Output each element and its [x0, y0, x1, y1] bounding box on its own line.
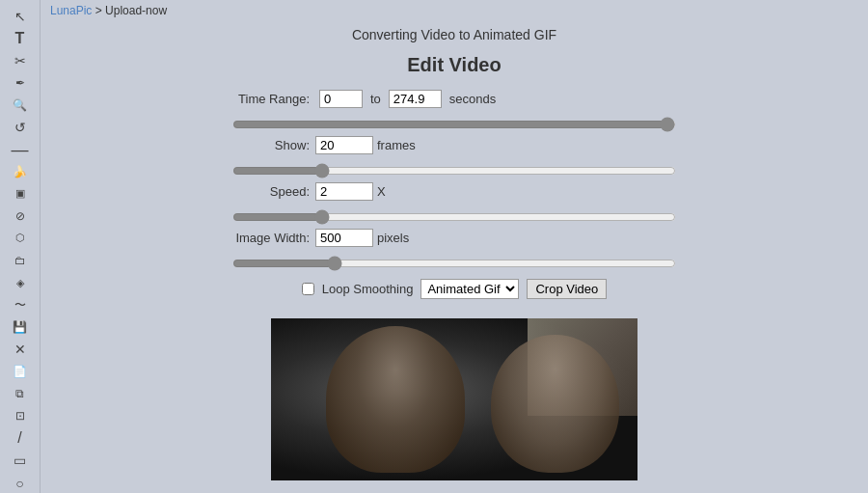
time-range-to: to: [370, 92, 381, 106]
close-icon[interactable]: ✕: [10, 340, 31, 360]
minus-icon[interactable]: —: [10, 139, 31, 159]
show-frames-input[interactable]: [315, 136, 373, 154]
video-preview: [41, 318, 868, 480]
edit-section: Edit Video Time Range: to seconds Show: …: [41, 44, 868, 309]
time-range-slider[interactable]: [232, 118, 676, 131]
show-frames-slider-container: [232, 164, 676, 180]
time-range-label: Time Range:: [223, 92, 310, 106]
image-width-label: Image Width:: [223, 231, 310, 245]
show-label: Show:: [223, 138, 310, 152]
speed-row: Speed: X: [223, 182, 686, 201]
time-range-row: Time Range: to seconds: [223, 90, 686, 108]
loop-smoothing-row: Loop Smoothing Animated Gif Video Crop V…: [302, 279, 608, 299]
loop-smoothing-label: Loop Smoothing: [322, 282, 414, 296]
eraser-icon[interactable]: ▣: [10, 183, 31, 204]
camera-icon[interactable]: ⊡: [10, 406, 31, 426]
show-frames-slider[interactable]: [232, 164, 676, 178]
image-width-input[interactable]: [315, 229, 373, 247]
line-icon[interactable]: /: [10, 428, 31, 449]
rect-icon[interactable]: ▭: [10, 451, 31, 471]
brush2-icon[interactable]: 〜: [10, 295, 31, 315]
time-range-slider-container: [232, 118, 676, 134]
video-figure-right: [491, 335, 619, 473]
speed-slider-container: [232, 210, 676, 227]
image-width-unit: pixels: [377, 231, 409, 245]
show-frames-row: Show: frames: [223, 136, 686, 154]
image-width-slider-container: [232, 257, 676, 273]
video-figure-left: [326, 326, 465, 472]
paint-icon[interactable]: 🍌: [10, 161, 31, 181]
speed-input[interactable]: [315, 182, 373, 201]
layers-icon[interactable]: ⧉: [10, 384, 31, 404]
page-title: Converting Video to Animated GIF: [41, 21, 868, 44]
loop-smoothing-checkbox[interactable]: [302, 283, 314, 295]
sidebar: ↖ T ✂ ✒ 🔍 ↺ — 🍌 ▣ ⊘ ⬡ 🗀 ◈ 〜 💾 ✕ 📄 ⧉ ⊡ / …: [0, 0, 41, 493]
main-content: LunaPic > Upload-now Converting Video to…: [41, 0, 868, 493]
eyedropper-icon[interactable]: ⊘: [10, 205, 31, 226]
image-width-slider[interactable]: [232, 257, 676, 270]
pen-icon[interactable]: ✒: [10, 72, 31, 93]
show-frames-unit: frames: [377, 138, 416, 152]
cursor-icon[interactable]: ↖: [10, 6, 31, 26]
breadcrumb-site-link[interactable]: LunaPic: [50, 4, 92, 17]
search-icon[interactable]: 🔍: [10, 95, 31, 115]
breadcrumb: LunaPic > Upload-now: [41, 0, 868, 21]
scissors-icon[interactable]: ✂: [10, 50, 31, 70]
crop-video-button[interactable]: Crop Video: [527, 279, 607, 299]
speed-label: Speed:: [223, 184, 310, 199]
tag-icon[interactable]: ◈: [10, 273, 31, 293]
speed-unit: X: [377, 184, 386, 199]
edit-section-title: Edit Video: [407, 54, 501, 76]
rotate-icon[interactable]: ↺: [10, 117, 31, 137]
stamp-icon[interactable]: ⬡: [10, 228, 31, 248]
time-range-start-input[interactable]: [319, 90, 363, 108]
breadcrumb-separator: >: [95, 4, 105, 17]
time-range-unit: seconds: [449, 92, 496, 106]
circle-icon[interactable]: ○: [10, 473, 31, 493]
image-width-row: Image Width: pixels: [223, 229, 686, 247]
output-format-select[interactable]: Animated Gif Video: [420, 279, 519, 299]
video-frame: [271, 318, 637, 480]
document-icon[interactable]: 📄: [10, 362, 31, 382]
speed-slider[interactable]: [232, 210, 676, 224]
text-icon[interactable]: T: [10, 28, 31, 48]
floppy-icon[interactable]: 💾: [10, 317, 31, 338]
breadcrumb-page: Upload-now: [105, 4, 167, 17]
time-range-end-input[interactable]: [389, 90, 442, 108]
folder-icon[interactable]: 🗀: [10, 251, 31, 271]
video-frame-inner: [271, 318, 637, 480]
